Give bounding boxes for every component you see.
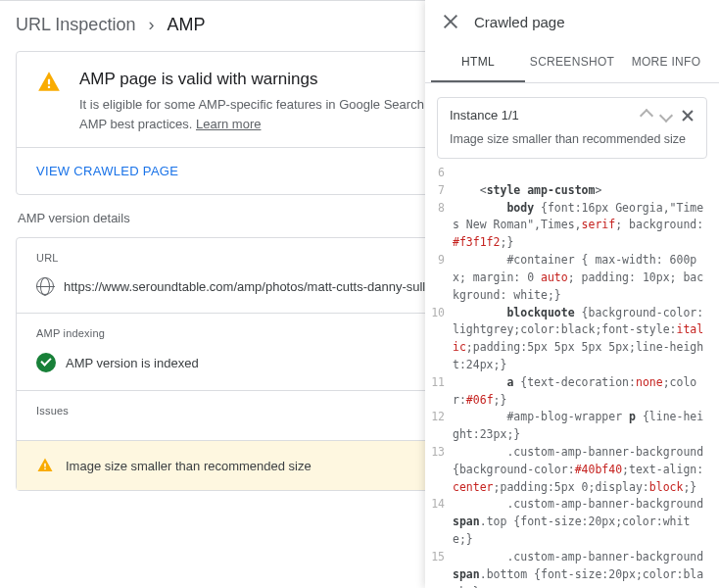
code-line: 6 <box>425 165 715 182</box>
crawled-page-panel: Crawled page HTML SCREENSHOT MORE INFO I… <box>425 0 719 588</box>
code-line: 15 .custom-amp-banner-background span.bo… <box>425 549 715 588</box>
code-line: 12 #amp-blog-wrapper p {line-height:23px… <box>425 409 715 444</box>
chevron-down-icon[interactable] <box>659 108 673 122</box>
tab-html[interactable]: HTML <box>431 43 525 82</box>
url-value: https://www.seroundtable.com/amp/photos/… <box>64 279 449 294</box>
learn-more-link[interactable]: Learn more <box>196 117 261 131</box>
code-line: 7 <style amp-custom> <box>425 182 715 200</box>
instance-box: Instance 1/1 Image size smaller than rec… <box>437 97 707 159</box>
code-line: 11 a {text-decoration:none;color:#06f;} <box>425 374 715 410</box>
globe-icon <box>36 277 54 295</box>
breadcrumb-current: AMP <box>167 15 205 34</box>
warning-icon <box>36 70 62 95</box>
close-icon[interactable] <box>681 109 695 122</box>
chevron-up-icon[interactable] <box>640 108 653 122</box>
code-viewer[interactable]: 67 <style amp-custom>8 body {font:16px G… <box>425 159 719 588</box>
svg-rect-0 <box>48 79 50 84</box>
code-line: 13 .custom-amp-banner-background {backgr… <box>425 444 715 496</box>
svg-rect-3 <box>44 468 46 470</box>
indexing-status: AMP version is indexed <box>66 356 199 370</box>
instance-title: Instance 1/1 <box>450 108 519 122</box>
view-crawled-page-button[interactable]: VIEW CRAWLED PAGE <box>36 164 178 178</box>
tab-more-info[interactable]: MORE INFO <box>619 43 713 82</box>
warning-icon <box>36 457 54 474</box>
code-line: 9 #container { max-width: 600px; margin:… <box>425 252 715 304</box>
issue-text: Image size smaller than recommended size <box>66 459 312 473</box>
instance-message: Image size smaller than recommended size <box>450 132 695 146</box>
breadcrumb-parent[interactable]: URL Inspection <box>16 15 135 34</box>
check-icon <box>36 353 56 372</box>
code-line: 10 blockquote {background-color:lightgre… <box>425 305 715 374</box>
close-icon[interactable] <box>441 12 460 31</box>
tab-screenshot[interactable]: SCREENSHOT <box>525 43 619 82</box>
code-line: 8 body {font:16px Georgia,"Times New Rom… <box>425 200 715 252</box>
svg-rect-2 <box>44 464 46 467</box>
chevron-right-icon: › <box>148 15 154 34</box>
panel-tabs: HTML SCREENSHOT MORE INFO <box>425 43 719 83</box>
svg-rect-1 <box>48 86 50 88</box>
panel-title: Crawled page <box>474 14 565 30</box>
code-line: 14 .custom-amp-banner-background span.to… <box>425 496 715 548</box>
